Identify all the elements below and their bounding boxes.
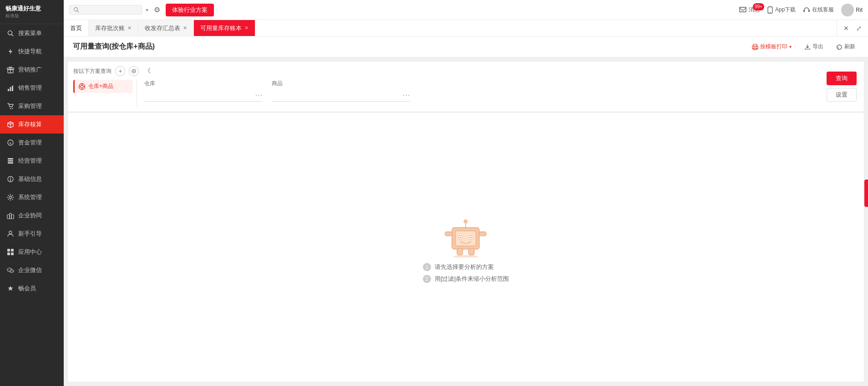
- svg-rect-65: [469, 248, 475, 255]
- goods-input[interactable]: [272, 92, 399, 98]
- sidebar-item-app-center[interactable]: 应用中心: [0, 243, 64, 261]
- action-bar: 查询 设置: [827, 72, 857, 102]
- query-btn[interactable]: 查询: [827, 72, 857, 85]
- sidebar-item-purchase[interactable]: 采购管理: [0, 97, 64, 115]
- setting-scheme-btn[interactable]: [129, 66, 139, 76]
- search-bar[interactable]: [69, 5, 142, 15]
- svg-rect-21: [7, 215, 10, 219]
- sidebar-item-member[interactable]: 畅会员: [0, 279, 64, 298]
- message-btn[interactable]: 消息 99+: [739, 6, 760, 14]
- info-icon: [6, 175, 15, 183]
- settings-btn[interactable]: 设置: [827, 88, 857, 102]
- page-header-actions: 按模板打印 ▾ 导出 刷新: [748, 41, 859, 52]
- svg-point-30: [10, 270, 14, 273]
- tab-receive-summary[interactable]: 收发存汇总表 ✕: [138, 20, 194, 36]
- app-download-btn[interactable]: App下载: [767, 6, 796, 14]
- chevron-down-icon[interactable]: ▾: [146, 7, 148, 13]
- empty-tips: 1 请先选择要分析的方案 2 用[过滤]条件来缩小分析范围: [423, 263, 509, 283]
- svg-point-32: [10, 269, 11, 270]
- main-content: ▾ ⚙ 体验行业方案 消息 99+ App下载: [64, 0, 868, 386]
- sidebar-item-label: 库存核算: [18, 120, 42, 129]
- service-btn[interactable]: 在线客服: [803, 6, 834, 14]
- topbar-right: 消息 99+ App下载 在线客服 Rit: [739, 4, 863, 16]
- edition-label: 标准版: [5, 13, 58, 19]
- svg-rect-25: [7, 249, 10, 252]
- svg-rect-8: [12, 86, 13, 91]
- sidebar-item-newcomer[interactable]: 新手引导: [0, 225, 64, 243]
- sidebar: 畅康通好生意 标准版 搜索菜单 快捷导航: [0, 0, 64, 386]
- warehouse-input[interactable]: [144, 92, 252, 98]
- goods-more-btn[interactable]: ···: [403, 91, 410, 99]
- sidebar-item-operations[interactable]: 经营管理: [0, 152, 64, 170]
- add-scheme-btn[interactable]: ＋: [115, 66, 125, 76]
- sidebar-item-label: 企业协同: [18, 211, 42, 220]
- maximize-tab-btn[interactable]: ⤢: [853, 23, 864, 34]
- gear-icon[interactable]: ⚙: [152, 4, 162, 16]
- close-tab-btn[interactable]: ✕: [841, 23, 852, 34]
- svg-point-33: [11, 271, 11, 271]
- tab-close-batch-account[interactable]: ✕: [127, 25, 132, 31]
- sidebar-item-wechat[interactable]: 企业微信: [0, 261, 64, 279]
- svg-rect-41: [808, 10, 810, 12]
- svg-point-47: [133, 71, 135, 72]
- tab-batch-account-label: 库存批次账: [95, 24, 125, 32]
- goods-filter-label: 商品: [272, 80, 410, 87]
- sidebar-item-label: 畅会员: [18, 284, 36, 293]
- sidebar-item-finance[interactable]: ¥ 资金管理: [0, 134, 64, 152]
- page-area: 可用量查询(按仓库+商品) 按模板打印 ▾: [64, 36, 868, 386]
- sidebar-item-label: 系统管理: [18, 193, 42, 201]
- gift-icon: [6, 66, 15, 74]
- sidebar-item-label: 企业微信: [18, 266, 42, 274]
- sidebar-item-basic-info[interactable]: 基础信息: [0, 170, 64, 188]
- sidebar-item-label: 经营管理: [18, 157, 42, 165]
- empty-illustration: [443, 212, 488, 257]
- sidebar-item-sales[interactable]: 销售管理: [0, 79, 64, 97]
- scheme-item-warehouse-goods[interactable]: 仓库+商品: [73, 80, 133, 93]
- svg-point-10: [12, 108, 13, 109]
- tab-batch-account[interactable]: 库存批次账 ✕: [89, 20, 138, 36]
- tabs-right-controls: ✕ ⤢: [837, 20, 868, 36]
- tab-available-ledger[interactable]: 可用量库存账本 ✕: [194, 20, 255, 36]
- sidebar-item-label: 销售管理: [18, 84, 42, 92]
- export-btn[interactable]: 导出: [801, 41, 827, 52]
- user-avatar[interactable]: Rit: [841, 4, 863, 16]
- tip-text-1: 请先选择要分析的方案: [435, 263, 494, 271]
- content-body: 1 请先选择要分析的方案 2 用[过滤]条件来缩小分析范围: [67, 112, 864, 382]
- sidebar-item-quick-nav[interactable]: 快捷导航: [0, 42, 64, 61]
- user-name: Rit: [856, 7, 863, 13]
- svg-text:¥: ¥: [9, 141, 12, 145]
- tip-text-2: 用[过滤]条件来缩小分析范围: [435, 275, 509, 283]
- print-label: 按模板打印: [760, 43, 787, 51]
- svg-point-49: [81, 85, 83, 88]
- sidebar-item-marketing[interactable]: 营销推广: [0, 61, 64, 79]
- app-icon: [6, 248, 15, 256]
- warehouse-more-btn[interactable]: ···: [255, 91, 263, 99]
- sidebar-item-label: 采购管理: [18, 102, 42, 110]
- sidebar-item-inventory[interactable]: 库存核算: [0, 115, 64, 134]
- app-name: 畅康通好生意: [5, 5, 58, 13]
- tab-close-available-ledger[interactable]: ✕: [244, 25, 249, 31]
- tab-home[interactable]: 首页: [64, 20, 89, 36]
- search-icon: [6, 29, 15, 37]
- app-label: App下载: [775, 6, 796, 14]
- svg-rect-14: [8, 158, 13, 160]
- tab-home-label: 首页: [70, 24, 82, 32]
- refresh-btn[interactable]: 刷新: [832, 41, 859, 52]
- scheme-icon: [78, 83, 86, 90]
- sidebar-item-enterprise[interactable]: 企业协同: [0, 206, 64, 225]
- tab-close-receive-summary[interactable]: ✕: [183, 25, 187, 31]
- trial-btn[interactable]: 体验行业方案: [166, 4, 214, 16]
- sidebar-item-system[interactable]: 系统管理: [0, 188, 64, 206]
- print-chevron-icon[interactable]: ▾: [789, 44, 792, 49]
- refresh-icon: [836, 44, 843, 50]
- warehouse-filter-label: 仓库: [144, 80, 263, 87]
- tab-receive-summary-label: 收发存汇总表: [145, 24, 180, 32]
- print-btn[interactable]: 按模板打印 ▾: [748, 41, 795, 52]
- lightning-icon: [6, 47, 15, 56]
- collapse-btn[interactable]: 《: [142, 66, 152, 76]
- query-scheme-label: 按以下方案查询: [73, 67, 112, 75]
- svg-point-39: [770, 12, 771, 13]
- filter-area: 仓库 ··· 商品 ···: [137, 80, 858, 107]
- sidebar-item-search[interactable]: 搜索菜单: [0, 24, 64, 42]
- svg-point-58: [460, 237, 462, 238]
